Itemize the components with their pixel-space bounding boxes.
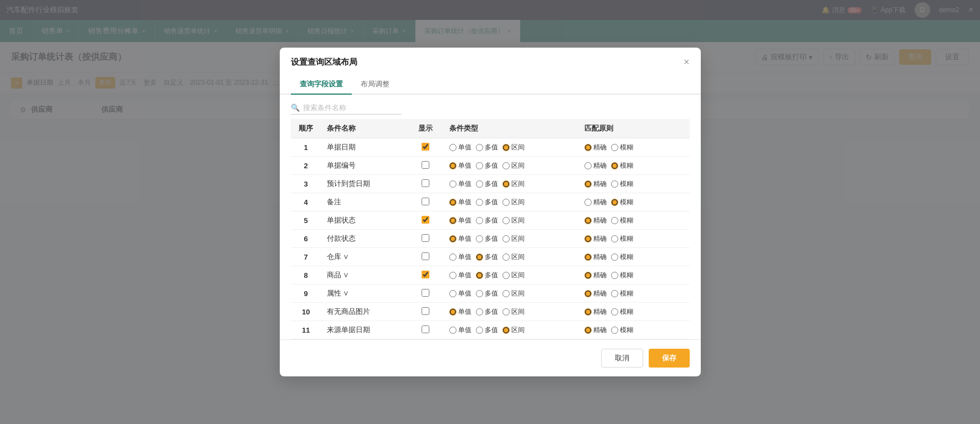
- table-row: 4备注单值多值区间精确模糊: [291, 193, 690, 205]
- row-type: 单值多值区间: [444, 157, 579, 175]
- row-name: 预计到货日期: [321, 175, 407, 193]
- radio-match-fuzzy[interactable]: 模糊: [611, 143, 633, 152]
- radio-match-exact[interactable]: 精确: [584, 179, 607, 189]
- modal-overlay: 设置查询区域布局 × 查询字段设置 布局调整 🔍 顺序 条件名称 显示: [0, 0, 980, 204]
- radio-type-single[interactable]: 单值: [449, 198, 471, 205]
- modal-header: 设置查询区域布局 ×: [280, 48, 701, 68]
- row-type: 单值多值区间: [444, 193, 579, 205]
- table-row: 2单据编号单值多值区间精确模糊: [291, 157, 690, 175]
- row-order: 1: [291, 138, 321, 157]
- modal-table: 顺序 条件名称 显示 条件类型 匹配原则 1单据日期单值多值区间精确模糊2单据编…: [291, 119, 690, 204]
- show-checkbox[interactable]: [422, 143, 429, 151]
- row-order: 2: [291, 157, 321, 175]
- th-show: 显示: [407, 119, 444, 138]
- row-match: 精确模糊: [579, 193, 689, 205]
- th-type: 条件类型: [444, 119, 579, 138]
- radio-type-range[interactable]: 区间: [502, 143, 525, 152]
- modal-tabs: 查询字段设置 布局调整: [280, 75, 701, 95]
- row-show: [407, 193, 444, 205]
- search-icon: 🔍: [291, 104, 300, 112]
- row-type: 单值多值区间: [444, 175, 579, 193]
- row-type: 单值多值区间: [444, 138, 579, 157]
- row-show: [407, 157, 444, 175]
- radio-type-single[interactable]: 单值: [449, 179, 471, 189]
- show-checkbox[interactable]: [422, 179, 429, 187]
- settings-modal: 设置查询区域布局 × 查询字段设置 布局调整 🔍 顺序 条件名称 显示: [280, 48, 701, 204]
- radio-type-single[interactable]: 单值: [449, 161, 471, 170]
- modal-table-wrap: 顺序 条件名称 显示 条件类型 匹配原则 1单据日期单值多值区间精确模糊2单据编…: [280, 119, 701, 204]
- radio-type-multi[interactable]: 多值: [476, 179, 498, 189]
- table-row: 1单据日期单值多值区间精确模糊: [291, 138, 690, 157]
- radio-type-multi[interactable]: 多值: [476, 143, 498, 152]
- search-input-wrap: 🔍: [291, 101, 402, 115]
- modal-search-area: 🔍: [280, 95, 701, 119]
- tab-query-field-settings[interactable]: 查询字段设置: [291, 75, 352, 95]
- row-name: 单据编号: [321, 157, 407, 175]
- radio-type-range[interactable]: 区间: [502, 179, 525, 189]
- modal-title: 设置查询区域布局: [291, 57, 357, 68]
- radio-match-exact[interactable]: 精确: [584, 161, 607, 170]
- radio-type-multi[interactable]: 多值: [476, 198, 498, 205]
- modal-close-button[interactable]: ×: [684, 56, 690, 68]
- table-header-row: 顺序 条件名称 显示 条件类型 匹配原则: [291, 119, 690, 138]
- radio-match-fuzzy[interactable]: 模糊: [611, 198, 633, 205]
- row-show: [407, 175, 444, 193]
- row-match: 精确模糊: [579, 157, 689, 175]
- radio-match-exact[interactable]: 精确: [584, 143, 607, 152]
- radio-type-single[interactable]: 单值: [449, 143, 471, 152]
- row-name: 单据日期: [321, 138, 407, 157]
- tab-layout-adjust[interactable]: 布局调整: [352, 75, 398, 95]
- search-input[interactable]: [303, 104, 392, 112]
- radio-match-fuzzy[interactable]: 模糊: [611, 179, 633, 189]
- table-row: 3预计到货日期单值多值区间精确模糊: [291, 175, 690, 193]
- radio-match-fuzzy[interactable]: 模糊: [611, 161, 633, 170]
- row-match: 精确模糊: [579, 175, 689, 193]
- row-order: 4: [291, 193, 321, 205]
- show-checkbox[interactable]: [422, 161, 429, 169]
- radio-match-exact[interactable]: 精确: [584, 198, 607, 205]
- row-show: [407, 138, 444, 157]
- row-name: 备注: [321, 193, 407, 205]
- th-match: 匹配原则: [579, 119, 689, 138]
- row-match: 精确模糊: [579, 138, 689, 157]
- radio-type-range[interactable]: 区间: [502, 198, 525, 205]
- th-name: 条件名称: [321, 119, 407, 138]
- radio-type-range[interactable]: 区间: [502, 161, 525, 170]
- row-order: 3: [291, 175, 321, 193]
- th-order: 顺序: [291, 119, 321, 138]
- show-checkbox[interactable]: [422, 198, 429, 205]
- radio-type-multi[interactable]: 多值: [476, 161, 498, 170]
